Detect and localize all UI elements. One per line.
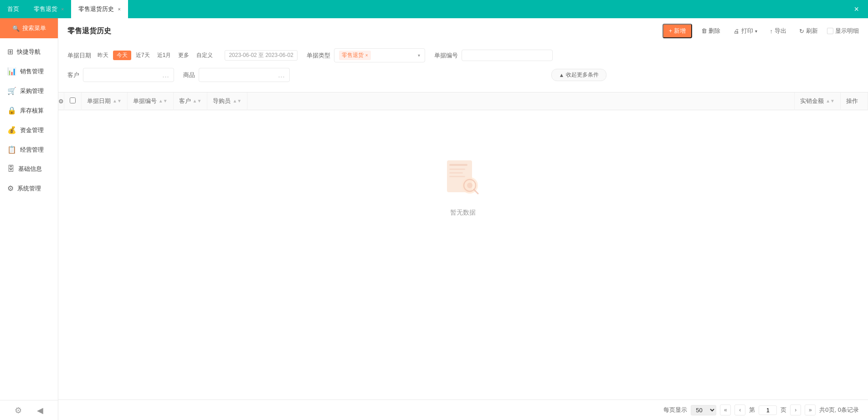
type-tag-close[interactable]: ×: [365, 53, 368, 58]
first-page-button[interactable]: «: [720, 405, 731, 415]
sidebar-item-purchase-mgmt[interactable]: 🛒 采购管理: [0, 81, 58, 101]
inventory-icon: 🔒: [7, 106, 16, 115]
sidebar-item-basic-info[interactable]: 🗄 基础信息: [0, 159, 58, 179]
date-range-buttons: 昨天 今天 近7天 近1月 更多 自定义: [95, 51, 216, 60]
date-column-header: 单据日期 ▲▼: [82, 92, 128, 110]
customer-ellipsis: ...: [162, 70, 169, 80]
refresh-icon: ↻: [799, 28, 804, 35]
sales-mgmt-icon: 📊: [7, 67, 16, 76]
date-btn-more[interactable]: 更多: [175, 51, 192, 60]
date-btn-1month[interactable]: 近1月: [154, 51, 174, 60]
collapse-sidebar-icon[interactable]: ◀: [37, 405, 43, 415]
sidebar-nav: ⊞ 快捷导航 📊 销售管理 🛒 采购管理 🔒 库存核算 💰 资金管理 📋: [0, 38, 58, 400]
amount-sort[interactable]: 实销金额 ▲▼: [800, 97, 835, 105]
empty-text: 暂无数据: [450, 209, 476, 217]
purchase-mgmt-icon: 🛒: [7, 87, 16, 95]
top-bar: 首页 零售退货 × 零售退货历史 × ×: [0, 0, 868, 18]
date-range-input[interactable]: 2023-06-02 至 2023-06-02: [225, 50, 297, 61]
collapse-row: ▲ 收起更多条件: [299, 67, 859, 83]
svg-point-8: [467, 183, 473, 188]
sidebar-bottom: ⚙ ◀: [0, 400, 58, 420]
sidebar-item-quick-nav[interactable]: ⊞ 快捷导航: [0, 42, 58, 61]
sidebar-search-button[interactable]: 🔍 搜索菜单: [0, 18, 58, 38]
date-sort-icon: ▲▼: [113, 99, 122, 103]
prev-page-button[interactable]: ‹: [734, 405, 745, 415]
select-all-checkbox[interactable]: [70, 97, 76, 103]
tab-retail-return-history[interactable]: 零售退货历史 ×: [71, 0, 128, 18]
window-close-button[interactable]: ×: [854, 5, 859, 14]
action-column-header: 操作: [841, 92, 868, 110]
table-body: 暂无数据: [58, 110, 868, 263]
table-container: ⚙ 单据日期 ▲▼ 单据编号: [58, 92, 868, 400]
page-size-select[interactable]: 50 100 200: [691, 405, 716, 415]
display-detail-checkbox[interactable]: [827, 28, 833, 34]
settings-column-header[interactable]: ⚙: [58, 92, 64, 110]
goods-filter: 商品 ...: [183, 68, 290, 82]
type-select[interactable]: 零售退货 × ▾: [334, 48, 425, 62]
number-filter: 单据编号: [434, 50, 553, 61]
main-layout: 🔍 搜索菜单 ⊞ 快捷导航 📊 销售管理 🛒 采购管理 🔒 库存核算 💰: [0, 18, 868, 420]
next-page-button[interactable]: ›: [790, 405, 801, 415]
table-settings-icon[interactable]: ⚙: [58, 98, 64, 105]
print-button[interactable]: 🖨 🖨 打印 打印 ▾: [730, 25, 761, 37]
sidebar-item-sales-mgmt[interactable]: 📊 销售管理: [0, 61, 58, 81]
date-sort[interactable]: 单据日期 ▲▼: [87, 97, 122, 105]
page-number-input[interactable]: [759, 405, 777, 415]
customer-sort[interactable]: 客户 ▲▼: [179, 97, 202, 105]
type-filter: 单据类型 零售退货 × ▾: [307, 48, 425, 62]
finance-mgmt-icon: 💰: [7, 126, 16, 134]
pagination-bar: 每页显示 50 100 200 « ‹ 第 页 › » 共0页, 0条记录: [58, 400, 868, 420]
svg-rect-2: [449, 169, 465, 170]
number-input[interactable]: [462, 50, 553, 61]
customer-column-header: 客户 ▲▼: [173, 92, 207, 110]
sidebar-item-finance-mgmt[interactable]: 💰 资金管理: [0, 120, 58, 140]
amount-column-header: 实销金额 ▲▼: [795, 92, 841, 110]
amount-sort-icon: ▲▼: [826, 99, 835, 103]
empty-illustration: [440, 156, 486, 201]
filter-row-2: 客户 ... 商品 ...: [67, 67, 859, 83]
table-header: ⚙ 单据日期 ▲▼ 单据编号: [58, 92, 868, 110]
sidebar-item-inventory[interactable]: 🔒 库存核算: [0, 101, 58, 120]
goods-select[interactable]: ...: [199, 68, 290, 82]
date-btn-custom[interactable]: 自定义: [194, 51, 216, 60]
total-info: 共0页, 0条记录: [819, 406, 859, 414]
new-button[interactable]: + 新增: [663, 24, 692, 38]
settings-icon[interactable]: ⚙: [15, 405, 22, 415]
tab-home[interactable]: 首页: [0, 0, 26, 18]
tab-retail-return-close[interactable]: ×: [61, 6, 64, 12]
customer-select[interactable]: ...: [83, 68, 174, 82]
number-sort[interactable]: 单据编号 ▲▼: [133, 97, 168, 105]
date-btn-yesterday[interactable]: 昨天: [95, 51, 111, 60]
date-btn-today[interactable]: 今天: [113, 51, 131, 60]
sidebar-item-operation-mgmt[interactable]: 📋 经营管理: [0, 140, 58, 159]
print-dropdown-icon: ▾: [755, 29, 757, 34]
guide-sort[interactable]: 导购员 ▲▼: [213, 97, 241, 105]
sidebar: 🔍 搜索菜单 ⊞ 快捷导航 📊 销售管理 🛒 采购管理 🔒 库存核算 💰: [0, 18, 58, 420]
operation-mgmt-icon: 📋: [7, 145, 16, 154]
collapse-button[interactable]: ▲ 收起更多条件: [551, 69, 607, 81]
guide-sort-icon: ▲▼: [232, 99, 241, 103]
basic-info-icon: 🗄: [7, 165, 15, 173]
customer-filter: 客户 ...: [67, 68, 174, 82]
quick-nav-icon: ⊞: [7, 47, 13, 56]
page-title-row: 零售退货历史 + 新增 🗑 删除 🖨 🖨 打印 打印 ▾ ↑ 导出: [67, 24, 859, 38]
export-button[interactable]: ↑ 导出: [766, 25, 791, 37]
delete-button[interactable]: 🗑 删除: [698, 25, 724, 37]
toolbar: + 新增 🗑 删除 🖨 🖨 打印 打印 ▾ ↑ 导出 ↻ 刷新: [663, 24, 859, 38]
date-filter: 单据日期 昨天 今天 近7天 近1月 更多 自定义: [67, 51, 216, 60]
export-icon: ↑: [770, 28, 773, 35]
date-btn-7days[interactable]: 近7天: [133, 51, 153, 60]
sidebar-item-system-mgmt[interactable]: ⚙ 系统管理: [0, 179, 58, 198]
number-sort-icon: ▲▼: [159, 99, 168, 103]
date-range-display: 2023-06-02 至 2023-06-02: [225, 50, 297, 61]
filter-row-1: 单据日期 昨天 今天 近7天 近1月 更多 自定义 2023-06-02 至 2…: [67, 48, 859, 62]
tab-retail-return[interactable]: 零售退货 ×: [26, 0, 71, 18]
last-page-button[interactable]: »: [805, 405, 816, 415]
svg-rect-1: [449, 164, 467, 166]
svg-rect-4: [449, 176, 465, 177]
type-select-dropdown-icon: ▾: [418, 53, 420, 58]
checkbox-column-header: [64, 92, 82, 110]
tab-retail-return-history-close[interactable]: ×: [118, 6, 120, 12]
refresh-button[interactable]: ↻ 刷新: [796, 25, 822, 37]
content-area: 零售退货历史 + 新增 🗑 删除 🖨 🖨 打印 打印 ▾ ↑ 导出: [58, 18, 868, 420]
